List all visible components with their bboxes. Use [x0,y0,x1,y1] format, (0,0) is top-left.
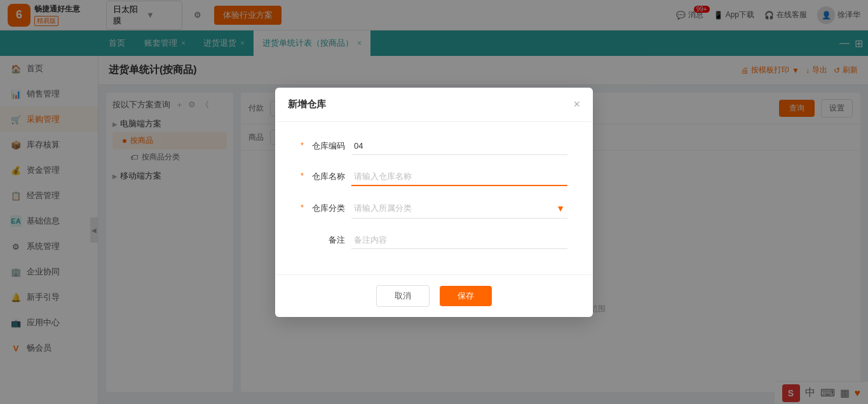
warehouse-name-input[interactable] [351,168,567,186]
warehouse-note-input[interactable] [351,231,567,249]
form-row-note: 备注 [301,231,567,249]
cancel-button[interactable]: 取消 [376,285,430,307]
modal-close-button[interactable]: × [573,98,580,111]
warehouse-code-input[interactable] [351,137,567,155]
category-select[interactable]: 请输入所属分类 ▼ [351,199,567,219]
modal-header: 新增仓库 × [275,88,593,122]
save-button[interactable]: 保存 [440,286,492,306]
name-label: 仓库名称 [301,171,351,182]
new-warehouse-modal: 新增仓库 × 仓库编码 仓库名称 仓库分类 请输入所属分类 ▼ [275,88,593,317]
category-dropdown-arrow: ▼ [556,203,565,213]
modal-overlay[interactable]: 新增仓库 × 仓库编码 仓库名称 仓库分类 请输入所属分类 ▼ [0,0,868,404]
form-row-code: 仓库编码 [301,137,567,155]
modal-body: 仓库编码 仓库名称 仓库分类 请输入所属分类 ▼ 备注 [275,122,593,274]
modal-footer: 取消 保存 [275,274,593,317]
category-label: 仓库分类 [301,203,351,214]
form-row-category: 仓库分类 请输入所属分类 ▼ [301,199,567,219]
form-row-name: 仓库名称 [301,168,567,186]
modal-title: 新增仓库 [288,98,326,111]
note-label: 备注 [301,234,351,246]
code-label: 仓库编码 [301,140,351,152]
